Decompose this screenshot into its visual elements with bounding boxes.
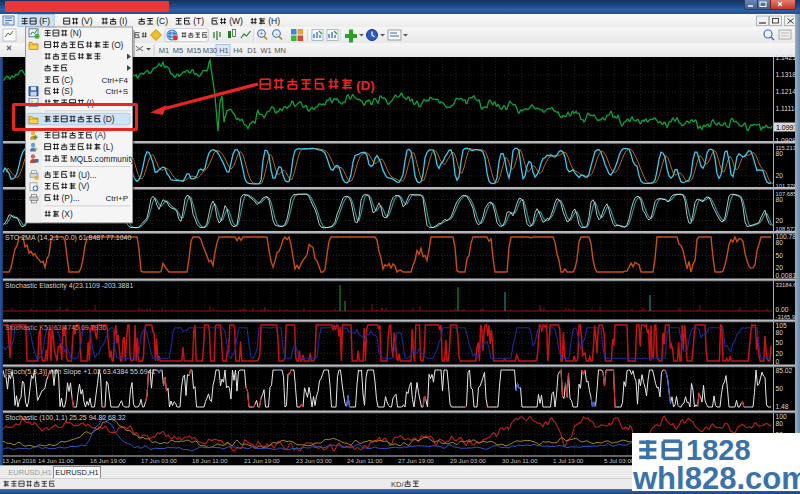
- svg-text:Stochastic Elasticity 4(23.11: Stochastic Elasticity 4(23.1109 -203.388…: [5, 282, 133, 290]
- svg-text:Stochastic K51 63.4745 69.7936: Stochastic K51 63.4745 69.7936: [5, 324, 106, 331]
- svg-text:Stochastic (100,1,1) 25.25 94.: Stochastic (100,1,1) 25.25 94.82 68.32: [5, 414, 126, 422]
- svg-text:KD/: KD/: [391, 480, 404, 489]
- svg-text:(P)...: (P)...: [62, 193, 80, 203]
- svg-text:(L): (L): [103, 142, 113, 152]
- svg-text:MQL5.community: MQL5.community: [70, 154, 136, 164]
- svg-text:whl828.com: whl828.com: [632, 461, 800, 491]
- svg-text:(D): (D): [356, 78, 375, 93]
- svg-text:[Stoch(5,3,3)] with Slope +1.0: [Stoch(5,3,3)] with Slope +1.02 63.4384 …: [5, 368, 156, 376]
- svg-text:Ctrl+P: Ctrl+P: [106, 194, 128, 203]
- svg-text:(U)...: (U)...: [78, 170, 96, 180]
- svg-text:(X): (X): [62, 209, 73, 219]
- svg-text:(V): (V): [78, 181, 89, 191]
